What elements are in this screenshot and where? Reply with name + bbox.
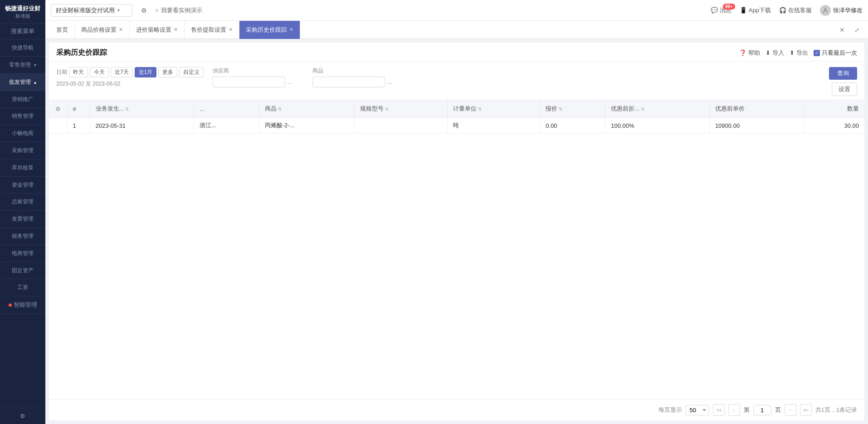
close-tab-price-extract[interactable]: ✕ bbox=[229, 27, 233, 33]
date-btn-more[interactable]: 更多 bbox=[158, 67, 177, 77]
supplier-more-btn[interactable]: ... bbox=[287, 79, 292, 85]
date-btn-custom[interactable]: 自定义 bbox=[179, 67, 204, 77]
col-discount-sort-icon: ⇅ bbox=[641, 106, 644, 111]
sidebar: 畅捷通好业财 标准版 搜索菜单 快捷导航 零售管理 ▾ 批发管理 ▴ 营销推广 … bbox=[0, 0, 45, 424]
row-date: 2023-05-31 bbox=[90, 118, 194, 134]
col-index: # bbox=[67, 100, 90, 118]
supplier-filter-label: 供应商 bbox=[213, 67, 303, 75]
export-action[interactable]: ⬆ 导出 bbox=[790, 49, 808, 57]
close-tab-cost-strategy[interactable]: ✕ bbox=[174, 27, 178, 33]
col-spec[interactable]: 规格型号 ⇅ bbox=[355, 100, 447, 118]
sidebar-item-inventory[interactable]: 库存核算 bbox=[0, 159, 45, 177]
prev-page-btn[interactable]: ‹ bbox=[728, 404, 740, 416]
sidebar-item-finance[interactable]: 资金管理 bbox=[0, 177, 45, 194]
sidebar-item-invoice[interactable]: 发票管理 bbox=[0, 211, 45, 228]
ai-dot-indicator bbox=[9, 304, 12, 307]
only-last-checkbox-label[interactable]: ✓ 只看最后一次 bbox=[814, 49, 857, 57]
tab-price-extract[interactable]: 售价提取设置 ✕ bbox=[185, 21, 239, 39]
sidebar-item-marketing[interactable]: 营销推广 bbox=[0, 91, 45, 108]
version-selector[interactable]: 好业财标准版交付试用 ▾ bbox=[51, 4, 132, 17]
next-page-btn[interactable]: › bbox=[785, 404, 796, 416]
demo-button[interactable]: ○ 我要看实例演示 bbox=[155, 6, 202, 14]
date-btn-1month[interactable]: 近1月 bbox=[135, 67, 157, 77]
message-icon-item[interactable]: 💬 消息 99+ bbox=[711, 6, 731, 14]
col-unit-sort-icon: ⇅ bbox=[478, 106, 482, 111]
filter-row: 日期 昨天 今天 近7天 近1月 更多 自定义 2023-05-02 至 202… bbox=[49, 62, 864, 100]
sidebar-item-purchase[interactable]: 采购管理 bbox=[0, 142, 45, 159]
sidebar-item-ecommerce[interactable]: 电商管理 bbox=[0, 245, 45, 262]
sidebar-item-sales[interactable]: 销售管理 bbox=[0, 108, 45, 125]
table-body: 1 2023-05-31 浙江... 丙烯酸-2-... 吨 0.00 100.… bbox=[49, 118, 864, 134]
col-product-sort-icon: ⇅ bbox=[278, 106, 282, 111]
tab-purchase-history[interactable]: 采购历史价跟踪 ✕ bbox=[239, 21, 300, 39]
col-product[interactable]: 商品 ⇅ bbox=[259, 100, 355, 118]
sidebar-item-quicknav[interactable]: 快捷导航 bbox=[0, 39, 45, 57]
headset-icon: 🎧 bbox=[779, 7, 786, 14]
sidebar-item-tax[interactable]: 税务管理 bbox=[0, 228, 45, 245]
message-badge: 99+ bbox=[723, 4, 735, 10]
date-btn-today[interactable]: 今天 bbox=[90, 67, 109, 77]
first-page-btn[interactable]: ⏮ bbox=[713, 404, 725, 416]
date-range-display: 2023-05-02 至 2023-06-02 bbox=[56, 80, 204, 88]
date-filter-buttons: 昨天 今天 近7天 近1月 更多 自定义 bbox=[69, 67, 204, 77]
row-product: 丙烯酸-2-... bbox=[259, 118, 355, 134]
settings-button[interactable]: 设置 bbox=[832, 82, 857, 96]
date-btn-yesterday[interactable]: 昨天 bbox=[69, 67, 88, 77]
per-page-select[interactable]: 20 50 100 200 bbox=[686, 405, 709, 415]
per-page-label: 每页显示 bbox=[658, 406, 682, 414]
last-page-btn[interactable]: ⏭ bbox=[800, 404, 812, 416]
col-unit[interactable]: 计量单位 ⇅ bbox=[447, 100, 540, 118]
main-area: 好业财标准版交付试用 ▾ ⚙ ○ 我要看实例演示 💬 消息 99+ 📱 App下… bbox=[45, 0, 868, 424]
col-settings-icon[interactable]: ⚙ bbox=[55, 106, 61, 112]
supplier-input[interactable] bbox=[213, 77, 285, 87]
sidebar-bottom-settings[interactable]: ⚙ bbox=[0, 408, 45, 424]
page-number-input[interactable] bbox=[753, 405, 771, 415]
sidebar-item-salary[interactable]: 工资 bbox=[0, 279, 45, 296]
sidebar-logo: 畅捷通好业财 标准版 bbox=[0, 0, 45, 24]
product-more-btn[interactable]: ... bbox=[387, 79, 391, 85]
page-label: 第 bbox=[744, 406, 750, 414]
date-filter-label: 日期 bbox=[56, 68, 67, 76]
online-service-label: 在线客服 bbox=[788, 6, 812, 14]
tab-cost-strategy[interactable]: 进价策略设置 ✕ bbox=[130, 21, 185, 39]
row-discount: 100.00% bbox=[605, 118, 710, 134]
only-last-checkbox[interactable]: ✓ bbox=[814, 50, 820, 56]
tabs-bar: 首页 商品价格设置 ✕ 进价策略设置 ✕ 售价提取设置 ✕ 采购历史价跟踪 ✕ … bbox=[45, 21, 868, 39]
sidebar-item-retail[interactable]: 零售管理 ▾ bbox=[0, 57, 45, 74]
app-edition: 标准版 bbox=[15, 13, 30, 19]
help-icon: ❓ bbox=[739, 49, 746, 56]
query-button[interactable]: 查询 bbox=[829, 67, 857, 80]
user-info[interactable]: 人 徐泽华修改 bbox=[820, 5, 863, 16]
help-action[interactable]: ❓ 帮助 bbox=[739, 49, 760, 57]
col-quote[interactable]: 报价 ⇅ bbox=[540, 100, 605, 118]
sidebar-item-ecommerce-small[interactable]: 小畅电商 bbox=[0, 125, 45, 142]
product-input[interactable] bbox=[312, 77, 385, 87]
close-window-btn[interactable]: ✕ bbox=[836, 24, 848, 36]
maximize-window-btn[interactable]: ⤢ bbox=[851, 24, 863, 36]
sidebar-item-wholesale[interactable]: 批发管理 ▴ bbox=[0, 74, 45, 91]
export-icon: ⬆ bbox=[790, 49, 795, 56]
close-tab-product-price[interactable]: ✕ bbox=[119, 27, 123, 33]
app-download-item[interactable]: 📱 App下载 bbox=[740, 6, 771, 14]
date-btn-7days[interactable]: 近7天 bbox=[111, 67, 133, 77]
table-container: ⚙ # 业务发生... ⇅ ... 商品 bbox=[49, 100, 864, 399]
page-actions: ❓ 帮助 ⬇ 导入 ⬆ 导出 ✓ 只看最后一次 bbox=[739, 49, 857, 57]
page-title: 采购历史价跟踪 bbox=[56, 48, 107, 58]
version-settings-icon[interactable]: ⚙ bbox=[137, 4, 151, 17]
row-supplier: 浙江... bbox=[194, 118, 259, 134]
col-discount[interactable]: 优惠前折... ⇅ bbox=[605, 100, 710, 118]
sidebar-item-ai[interactable]: 智能管理 bbox=[0, 296, 45, 314]
tab-product-price[interactable]: 商品价格设置 ✕ bbox=[75, 21, 130, 39]
import-action[interactable]: ⬇ 导入 bbox=[766, 49, 784, 57]
chevron-down-icon: ▾ bbox=[117, 8, 120, 13]
col-date[interactable]: 业务发生... ⇅ bbox=[90, 100, 194, 118]
close-tab-purchase-history[interactable]: ✕ bbox=[289, 27, 293, 33]
col-pre-discount-price: 优惠前单价 bbox=[709, 100, 804, 118]
col-quantity: 数量 bbox=[804, 100, 864, 118]
online-service-item[interactable]: 🎧 在线客服 bbox=[779, 6, 812, 14]
sidebar-item-ledger[interactable]: 总账管理 bbox=[0, 193, 45, 211]
sidebar-item-fixed-assets[interactable]: 固定资产 bbox=[0, 262, 45, 279]
tab-home[interactable]: 首页 bbox=[50, 21, 75, 39]
message-icon: 💬 bbox=[711, 7, 718, 14]
sidebar-item-search[interactable]: 搜索菜单 bbox=[0, 24, 45, 39]
